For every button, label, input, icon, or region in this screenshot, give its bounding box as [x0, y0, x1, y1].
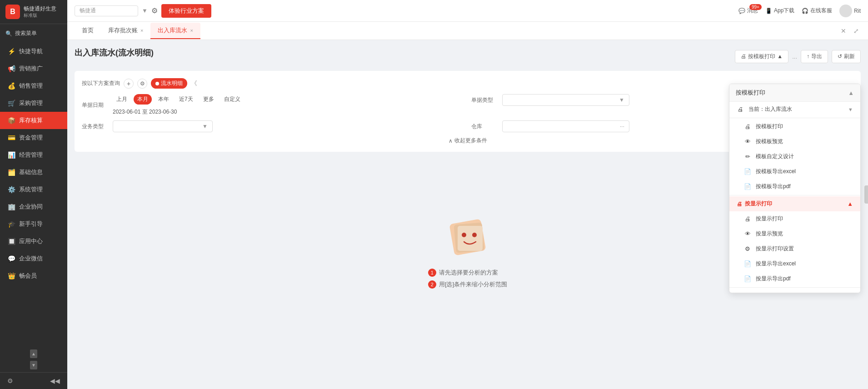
business-type-label: 业务类型: [82, 123, 109, 130]
resize-handle[interactable]: [864, 185, 868, 204]
filter-collapse-button[interactable]: 《: [191, 80, 197, 88]
business-type-field: 业务类型 ▼: [82, 120, 464, 132]
warehouse-select[interactable]: ···: [502, 120, 629, 132]
sidebar-search-area[interactable]: 🔍 搜索菜单: [0, 24, 67, 43]
dropdown-item-display-export-pdf[interactable]: 📄 按显示导出pdf: [729, 271, 860, 286]
dropdown-item-display-export-excel[interactable]: 📄 按显示导出excel: [729, 256, 860, 271]
tab-flow[interactable]: 出入库流水 ×: [150, 23, 200, 39]
main-area: ▼ ⚙ 体验行业方案 💬 消息 99+ 📱 App下载 🎧 在线客服 Rit: [67, 0, 868, 389]
tab-batch-close[interactable]: ×: [140, 28, 143, 33]
sidebar-item-purchase[interactable]: 🛒 采购管理: [0, 95, 67, 112]
messages-icon: 💬: [738, 8, 745, 14]
dropdown-item-display-print-settings[interactable]: ⚙ 按显示打印设置: [729, 241, 860, 256]
display-print-label: 按显示打印: [756, 215, 853, 223]
dropdown-header: 按模板打印 ▲: [729, 84, 860, 102]
shortcut-icon: ⚡: [7, 47, 15, 55]
template-preview-icon: 👁: [744, 138, 751, 145]
display-section-arrow[interactable]: ▲: [847, 200, 853, 207]
tab-flow-label: 出入库流水: [158, 26, 187, 35]
company-dropdown-arrow[interactable]: ▼: [142, 7, 148, 14]
topbar-settings-icon[interactable]: ⚙: [151, 6, 158, 15]
dropdown-item-template-print[interactable]: 🖨 按模板打印: [729, 119, 860, 134]
app-logo-icon: B: [5, 5, 20, 19]
tab-batch[interactable]: 库存批次账 ×: [101, 23, 150, 39]
sidebar-item-enterprise[interactable]: 🏢 企业协同: [0, 198, 67, 215]
template-export-pdf-label: 按模板导出pdf: [756, 183, 853, 190]
dropdown-item-display-preview[interactable]: 👁 按显示预览: [729, 226, 860, 241]
hint1-num: 1: [428, 269, 436, 277]
export-button[interactable]: ↑ 导出: [801, 50, 828, 63]
app-download-icon: 📱: [765, 8, 772, 14]
filter-add-button[interactable]: +: [124, 79, 134, 89]
dropdown-item-template-preview[interactable]: 👁 按模板预览: [729, 134, 860, 149]
toolbar-more-dots[interactable]: ...: [792, 53, 797, 60]
dropdown-current-item[interactable]: 🖨 当前：出入库流水 ▼: [729, 102, 860, 117]
member-icon: 👑: [7, 272, 15, 280]
collapse-sidebar-button[interactable]: ◀◀: [50, 377, 60, 384]
search-menu-button[interactable]: 🔍 搜索菜单: [5, 28, 62, 39]
sidebar-item-shortcut[interactable]: ⚡ 快捷导航: [0, 43, 67, 60]
business-type-dropdown-icon: ▼: [202, 123, 208, 130]
sidebar-item-finance[interactable]: 💳 资金管理: [0, 129, 67, 146]
sales-icon: 💰: [7, 82, 15, 90]
template-export-excel-label: 按模板导出excel: [756, 168, 853, 175]
company-search-input[interactable]: [75, 5, 138, 16]
dropdown-item-template-export-excel[interactable]: 📄 按模板导出excel: [729, 164, 860, 179]
window-close-button[interactable]: ✕: [839, 26, 848, 35]
sidebar-item-sales[interactable]: 💰 销售管理: [0, 77, 67, 95]
svg-rect-2: [458, 226, 483, 251]
trial-button[interactable]: 体验行业方案: [161, 4, 211, 18]
sidebar-item-label: 采购管理: [19, 99, 43, 107]
sidebar-item-label: 企业协同: [19, 203, 43, 211]
current-template-arrow: ▼: [848, 107, 853, 112]
settings-button[interactable]: ⚙: [7, 377, 13, 384]
date-this-year[interactable]: 本年: [155, 94, 173, 105]
sidebar-item-marketing[interactable]: 📢 营销推广: [0, 60, 67, 77]
export-label: 导出: [811, 53, 822, 60]
messages-button[interactable]: 💬 消息 99+: [738, 7, 758, 15]
online-service-button[interactable]: 🎧 在线客服: [802, 7, 832, 15]
sidebar-item-inventory[interactable]: 📦 库存核算: [0, 112, 67, 129]
date-last7days[interactable]: 近7天: [175, 94, 197, 105]
hint2-num: 2: [428, 280, 436, 289]
dropdown-item-template-export-pdf[interactable]: 📄 按模板导出pdf: [729, 179, 860, 194]
sidebar-item-guide[interactable]: 🎓 新手引导: [0, 215, 67, 233]
sidebar-item-label: 经营管理: [19, 151, 43, 159]
print-button[interactable]: 🖨 按模板打印 ▲: [735, 50, 788, 63]
sidebar-item-operation[interactable]: 📊 经营管理: [0, 146, 67, 164]
user-menu[interactable]: Rit: [839, 5, 861, 17]
dropdown-collapse-arrow[interactable]: ▲: [848, 90, 854, 96]
sidebar-scroll-up[interactable]: ▲: [30, 349, 37, 358]
sidebar-item-label: 销售管理: [19, 82, 43, 90]
date-custom[interactable]: 自定义: [220, 94, 244, 105]
tab-home[interactable]: 首页: [75, 23, 101, 39]
business-type-select[interactable]: ▼: [113, 120, 213, 132]
sidebar-item-system[interactable]: ⚙️ 系统管理: [0, 181, 67, 198]
app-download-button[interactable]: 📱 App下载: [765, 7, 794, 15]
sidebar-item-basic[interactable]: 🗂️ 基础信息: [0, 164, 67, 181]
date-last-month[interactable]: 上月: [113, 94, 131, 105]
date-this-month[interactable]: 本月: [134, 94, 152, 105]
date-range-display: 2023-06-01 至 2023-06-30: [113, 108, 244, 116]
voucher-type-select[interactable]: ▼: [502, 94, 629, 106]
sidebar-item-apps[interactable]: 🔲 应用中心: [0, 233, 67, 250]
hint1-text: 请先选择要分析的方案: [439, 269, 498, 277]
guide-icon: 🎓: [7, 220, 15, 228]
date-more[interactable]: 更多: [200, 94, 218, 105]
dropdown-item-default-func[interactable]: ⚙ 设置默认功能 ▼: [729, 289, 860, 293]
sidebar-item-member[interactable]: 👑 畅会员: [0, 267, 67, 284]
sidebar-item-label: 应用中心: [19, 237, 43, 245]
sidebar-item-label: 快捷导航: [19, 47, 43, 55]
sidebar-scroll-down[interactable]: ▼: [30, 361, 37, 369]
finance-icon: 💳: [7, 134, 15, 142]
sidebar-item-wechat[interactable]: 💬 企业微信: [0, 250, 67, 267]
tab-flow-close[interactable]: ×: [190, 28, 193, 33]
dropdown-item-display-print[interactable]: 🖨 按显示打印: [729, 211, 860, 226]
window-max-button[interactable]: ⤢: [852, 26, 861, 35]
headset-icon: 🎧: [802, 8, 808, 14]
refresh-button[interactable]: ↺ 刷新: [832, 50, 861, 63]
filter-by-label: 按以下方案查询: [82, 80, 120, 87]
search-icon: 🔍: [5, 30, 12, 37]
dropdown-item-template-custom[interactable]: ✏ 模板自定义设计: [729, 149, 860, 164]
filter-settings-button[interactable]: ⚙: [137, 79, 147, 89]
